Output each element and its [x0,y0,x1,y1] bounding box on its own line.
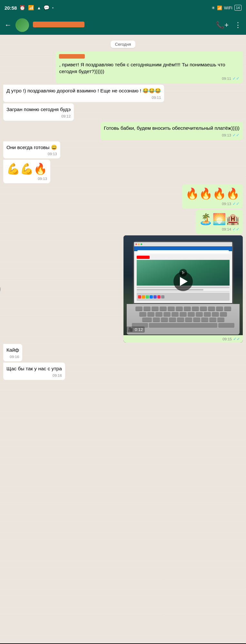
dock-area [137,293,230,301]
message-text: Щас бы так у нас с утра [6,366,62,371]
call-button[interactable]: 📞+ [216,21,229,29]
emoji-message: 💪💪🔥 [6,163,47,175]
message-text: Кайф [6,347,19,353]
bubble-sent: 🔥🔥🔥🔥 09:13 ✓✓ [182,185,243,209]
emoji-message: 🏝️🌅🏨 [199,213,240,225]
avatar-image [15,18,29,32]
message-row: Кайф 09:16 [3,344,243,361]
read-receipt-icon: ✓✓ [232,226,240,232]
keyboard-row-4 [132,323,234,327]
location-icon: ▲ [37,5,41,10]
bubble-received: Кайф 09:16 [3,344,22,361]
signal-icon: 📶 [28,5,34,11]
wifi-icon: WiFi [224,5,232,10]
video-camera-icon: 🎥 [128,327,133,332]
browser-bar [134,242,232,246]
bubble-sent: , привет! Я поздравляю тебя с сегодняшни… [56,52,243,83]
message-text: Они всегда готовы 😄 [6,145,57,150]
play-triangle-icon [180,277,188,286]
message-row: 💪💪🔥 09:13 [3,160,243,183]
video-thumbnail: 🎥 0:12 [123,235,243,335]
whatsapp-icon: 💬 [44,5,50,11]
message-meta: 09:12 [6,114,71,119]
message-meta: 09:16 [6,354,19,359]
avatar[interactable] [15,18,29,32]
video-meta: 09:15 ✓✓ [123,335,243,343]
contact-name-blurred [33,22,84,27]
signal-bars-icon: 📶 [217,5,222,10]
message-row: ↩ [3,235,243,343]
status-bar: 20:58 ⏰ 📶 ▲ 💬 • ✳ 📶 WiFi 14 [0,0,246,15]
bluetooth-icon: ✳ [212,5,215,10]
video-time: 09:15 [222,337,232,341]
message-row: 🏝️🌅🏨 09:14 ✓✓ [3,210,243,234]
message-meta: 09:13 ✓✓ [185,201,240,207]
message-row: 🔥🔥🔥🔥 09:13 ✓✓ [3,185,243,209]
video-duration: 🎥 0:12 [126,327,145,333]
chat-body: Сегодня , привет! Я поздравляю тебя с се… [0,35,246,643]
video-play-button[interactable] [173,272,193,291]
bubble-received: Они всегда готовы 😄 09:13 [3,141,60,159]
browser-tabs [134,246,232,250]
keyboard-row-1 [132,307,234,311]
bubble-sent: 🏝️🌅🏨 09:14 ✓✓ [196,210,243,234]
message-text: Готовь бабки, будем вносить обеспечитель… [104,125,240,131]
progress-bar [137,291,230,292]
bubble-sent: Готовь бабки, будем вносить обеспечитель… [101,122,243,140]
keyboard-row-2 [132,312,234,317]
read-receipt-icon: ✓✓ [232,76,240,81]
back-button[interactable]: ← [5,21,12,29]
message-meta: 09:11 ✓✓ [59,76,240,81]
message-meta: 09:11 [6,95,161,100]
bubble-received: Загран помню сегодня будэ 09:12 [3,103,74,121]
message-row: Они всегда готовы 😄 09:13 [3,141,243,159]
message-row: , привет! Я поздравляю тебя с сегодняшни… [3,52,243,83]
chat-header: ← 📞+ ⋮ [0,15,246,35]
status-time: 20:58 [5,5,17,11]
message-text: Д утро !) поздравляю дорогой взаимно ! Е… [6,88,161,93]
message-row: Загран помню сегодня будэ 09:12 [3,103,243,121]
reply-forward-button[interactable]: ↩ [0,284,1,294]
bubble-received: 💪💪🔥 09:13 [3,160,50,183]
header-icons: 📞+ ⋮ [216,21,241,29]
youtube-logo [137,256,150,259]
clock-icon: ⏰ [19,5,25,11]
status-right: ✳ 📶 WiFi 14 [212,5,241,11]
message-meta: 09:16 [6,373,62,378]
battery-indicator: 14 [234,5,241,11]
video-bubble[interactable]: 🎥 0:12 09:15 ✓✓ [123,235,243,343]
message-meta: 09:13 [6,176,47,181]
message-row: Д утро !) поздравляю дорогой взаимно ! Е… [3,85,243,102]
dot-icon: • [52,6,54,10]
message-meta: 09:13 ✓✓ [104,132,240,138]
read-receipt-icon: ✓✓ [232,201,240,207]
message-text: Загран помню сегодня будэ [6,107,71,112]
bubble-received: Д утро !) поздравляю дорогой взаимно ! Е… [3,85,164,102]
message-meta: 09:14 ✓✓ [199,226,240,232]
message-row: Щас бы так у нас с утра 09:16 [3,363,243,380]
keyboard-row-3 [132,317,234,322]
status-left: 20:58 ⏰ 📶 ▲ 💬 • [5,5,54,11]
duration-text: 0:12 [135,327,143,332]
emoji-message: 🔥🔥🔥🔥 [185,187,240,200]
message-meta: 09:13 [6,151,57,156]
bubble-received: Щас бы так у нас с утра 09:16 [3,363,65,380]
read-receipt-icon: ✓✓ [233,336,240,341]
read-receipt-icon: ✓✓ [232,132,240,138]
date-badge: Сегодня [3,41,243,47]
contact-name-area[interactable] [33,22,212,29]
url-bar [137,250,229,253]
sender-name-tag [59,54,240,61]
menu-button[interactable]: ⋮ [234,21,241,29]
message-row: Готовь бабки, будем вносить обеспечитель… [3,122,243,140]
youtube-subtitle [137,289,203,290]
message-text: , привет! Я поздравляю тебя с сегодняшни… [59,62,225,74]
